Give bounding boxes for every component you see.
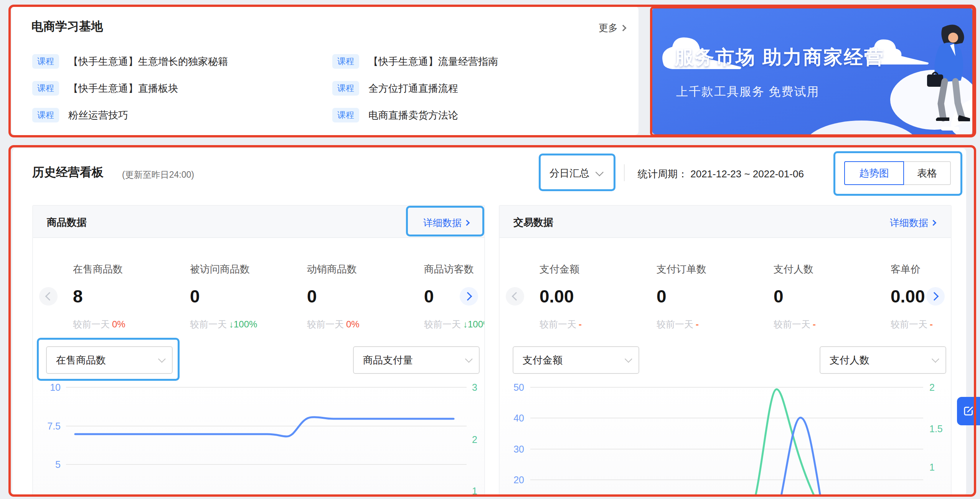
product-metric-select[interactable]: 在售商品数 [46,346,173,374]
metric-value: 0 [190,286,301,307]
metric-payment-amount: 支付金额 0.00 较前一天 - [539,263,651,330]
metric-label: 商品访客数 [424,263,485,276]
compare-label: 较前一天 [190,318,227,330]
edit-icon [962,405,975,418]
trade-metric-select[interactable]: 支付金额 [513,346,639,374]
course-item[interactable]: 课程 电商直播卖货方法论 [332,107,498,124]
product-secondary-select[interactable]: 商品支付量 [353,346,480,374]
metric-change: 较前一天 - [891,318,952,330]
toggle-table[interactable]: 表格 [904,161,951,185]
chevron-right-icon [930,292,939,301]
change-value: - [813,319,816,330]
metric-value: 0 [307,286,418,307]
metric-change: 较前一天 ↓100% [190,318,301,330]
course-item[interactable]: 课程 【快手生意通】直播板块 [32,80,228,97]
metric-selling-products: 动销商品数 0 较前一天 0% [307,263,418,330]
course-title: 全方位打通直播流程 [368,82,458,95]
course-item[interactable]: 课程 全方位打通直播流程 [332,80,498,97]
metric-change: 较前一天 ↓100% [424,318,485,330]
chevron-left-icon [512,292,521,301]
course-tag: 课程 [332,81,359,96]
change-value: - [696,319,699,330]
learning-title: 电商学习基地 [31,18,103,35]
metric-value: 8 [73,286,184,307]
course-column-left: 课程 【快手生意通】生意增长的独家秘籍 课程 【快手生意通】直播板块 课程 粉丝… [32,53,228,134]
metric-change: 较前一天 0% [73,318,184,330]
metric-online-products: 在售商品数 8 较前一天 0% [73,263,184,330]
stat-period-value: 2021-12-23 ~ 2022-01-06 [690,168,804,180]
view-toggle: 趋势图 表格 [844,161,951,185]
banner-subtitle: 上千款工具服务 免费试用 [676,84,820,100]
select-value: 支付人数 [830,354,869,367]
more-link[interactable]: 更多 [599,21,625,34]
banner-illustration [652,8,972,134]
axis-tick: 2 [472,434,477,445]
service-market-banner[interactable]: 服务市场 助力商家经营 上千款工具服务 免费试用 [652,8,972,134]
change-value: 0% [346,319,360,330]
detail-data-link[interactable]: 详细数据 [890,216,935,229]
course-item[interactable]: 课程 【快手生意通】生意增长的独家秘籍 [32,53,228,70]
metric-visited-products: 被访问商品数 0 较前一天 ↓100% [190,263,301,330]
course-title: 粉丝运营技巧 [68,109,128,122]
trade-secondary-select[interactable]: 支付人数 [820,346,946,374]
course-item[interactable]: 课程 粉丝运营技巧 [32,107,228,124]
axis-tick: 1 [472,486,477,496]
metric-label: 客单价 [891,263,952,276]
metric-value: 0.00 [539,286,651,307]
series-line-blue [778,418,823,496]
metric-label: 支付金额 [539,263,651,276]
chevron-down-icon [465,355,473,363]
detail-data-label: 详细数据 [423,216,462,229]
banner-title: 服务市场 助力商家经营 [675,45,884,70]
dashboard-update-note: (更新至昨日24:00) [122,169,194,181]
metric-value: 0 [657,286,768,307]
axis-tick: 3 [472,383,477,393]
card-title: 交易数据 [513,216,553,229]
compare-label: 较前一天 [891,318,927,330]
feedback-edit-button[interactable] [957,397,980,425]
detail-data-link[interactable]: 详细数据 [423,216,469,229]
metric-value: 0 [774,286,885,307]
chevron-down-icon [932,355,939,363]
carousel-prev-button[interactable] [506,287,524,306]
axis-tick: 40 [513,413,524,423]
select-value: 在售商品数 [56,354,106,367]
course-title: 【快手生意通】生意增长的独家秘籍 [68,55,228,68]
axis-tick: 5 [55,459,61,470]
change-value: ↓100% [229,319,257,330]
dashboard-title: 历史经营看板 [32,164,104,180]
chevron-left-icon [45,292,54,301]
chevron-right-icon [464,292,472,301]
card-header: 商品数据 详细数据 [33,206,484,238]
carousel-next-button[interactable] [926,287,945,306]
series-line-blue [75,417,454,436]
chevron-right-icon [464,220,470,226]
metric-change: 较前一天 - [539,318,651,330]
compare-label: 较前一天 [307,318,344,330]
carousel-indicator [941,127,959,131]
chevron-down-icon [158,355,166,363]
axis-tick: 10 [50,383,61,393]
change-value: - [930,319,933,330]
trade-trend-chart: 50 40 30 20 2 1.5 1 [500,383,952,496]
course-tag: 课程 [332,54,359,69]
metric-paid-orders: 支付订单数 0 较前一天 - [657,263,768,330]
metric-label: 在售商品数 [73,263,184,276]
select-value: 商品支付量 [363,354,413,367]
compare-label: 较前一天 [539,318,576,330]
carousel-next-button[interactable] [460,287,478,306]
stat-period-label: 统计周期： [638,168,688,180]
compare-label: 较前一天 [73,318,110,330]
compare-label: 较前一天 [424,318,461,330]
course-column-right: 课程 【快手生意通】流量经营指南 课程 全方位打通直播流程 课程 电商直播卖货方… [332,53,498,134]
select-value: 支付金额 [523,354,563,367]
toggle-trend-chart[interactable]: 趋势图 [844,161,904,185]
arrow-down-icon: ↓ [229,319,234,329]
axis-tick: 7.5 [47,421,61,431]
course-item[interactable]: 课程 【快手生意通】流量经营指南 [332,53,498,70]
compare-label: 较前一天 [774,318,810,330]
carousel-prev-button[interactable] [39,287,58,306]
detail-data-label: 详细数据 [890,216,928,229]
summary-mode-select[interactable]: 分日汇总 [549,167,601,180]
more-label: 更多 [599,21,618,34]
